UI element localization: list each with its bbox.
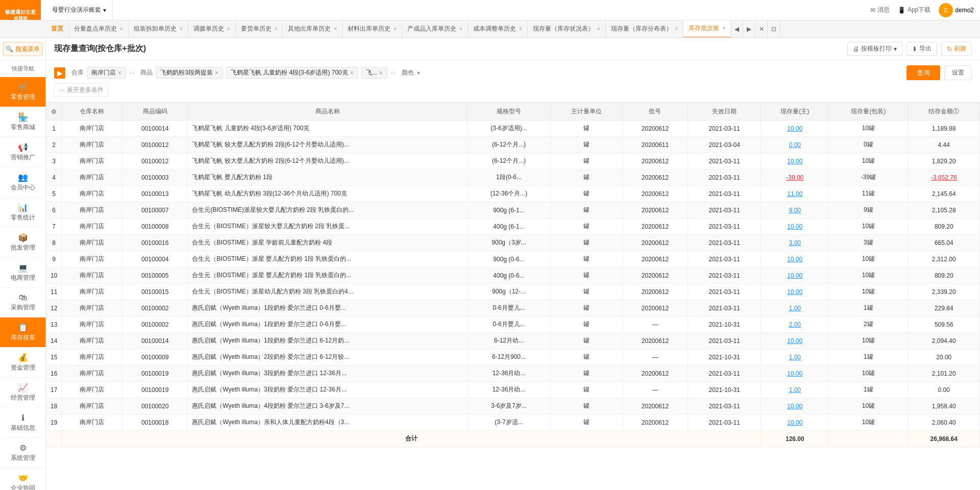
col-settings[interactable]: ⚙ [46, 103, 62, 120]
inventory-icon: 📋 [2, 323, 43, 332]
print-button[interactable]: 🖨 按模板打印 ▾ [847, 42, 902, 56]
row-name: 合生元(BIOSTIME)派星较大婴儿配方奶粉 2段 乳铁蛋白的... [188, 202, 467, 218]
row-qty[interactable]: 10.00 [761, 267, 829, 284]
tab-menu-btn[interactable]: ⊡ [768, 20, 780, 38]
row-qty[interactable]: 10.00 [761, 365, 829, 382]
tab-xiancun1[interactable]: 现存量（库存状况表） × [528, 20, 606, 38]
product-tag-3-close[interactable]: × [379, 69, 383, 77]
sidebar-item-wholesale[interactable]: 📦 批发管理 [0, 228, 45, 258]
user-avatar-area[interactable]: E demo2 [939, 3, 974, 17]
tab-next-btn[interactable]: ▶ [743, 20, 755, 38]
tab-close-zuzhuang[interactable]: × [180, 26, 183, 32]
row-qty[interactable]: -39.00 [761, 169, 829, 186]
row-qty[interactable]: 10.00 [761, 153, 829, 169]
sidebar-item-inventory[interactable]: 📋 库存核算 [0, 317, 45, 348]
col-batch: 批号 [622, 103, 688, 120]
row-warehouse: 南岸门店 [62, 120, 122, 137]
warehouse-tag[interactable]: 南岸门店 × [87, 67, 126, 79]
product-tag-3[interactable]: 飞... × [361, 67, 387, 79]
row-qty[interactable]: 2.00 [761, 316, 829, 333]
tab-close-chengben[interactable]: × [519, 26, 522, 32]
row-qty[interactable]: 10.00 [761, 333, 829, 349]
product-more[interactable]: ··· [390, 69, 396, 77]
row-qty[interactable]: 3.00 [761, 235, 829, 251]
tab-close-fenliang[interactable]: × [120, 26, 123, 32]
color-dropdown-icon[interactable]: ▾ [417, 69, 420, 77]
sidebar-item-mall[interactable]: 🏪 零售商城 [0, 107, 45, 137]
row-name: 惠氏启赋（Wyeth illuma）3段奶粉 爱尔兰进口 12-36月... [188, 382, 467, 398]
tab-home[interactable]: 首页 [46, 20, 69, 38]
tab-zuzhuang[interactable]: 组装拆卸单历史 × [129, 20, 188, 38]
tab-chengben[interactable]: 成本调整单历史 × [468, 20, 528, 38]
tab-close-all-btn[interactable]: ✕ [755, 20, 768, 38]
account-label: 母婴行业演示账套 [52, 6, 101, 14]
tab-yaohuo[interactable]: 要货单历史 × [236, 20, 283, 38]
tab-prev-btn[interactable]: ◀ [731, 20, 743, 38]
tab-close-xiancun1[interactable]: × [597, 26, 600, 32]
tab-fenliang[interactable]: 分量盘点单历史 × [69, 20, 129, 38]
sidebar-item-member[interactable]: 👥 会员中心 [0, 167, 45, 198]
tab-close-kucun-pici[interactable]: × [722, 26, 725, 31]
product-tag-1-close[interactable]: × [215, 69, 218, 77]
row-unit: 罐 [551, 300, 622, 316]
row-spec: 900g (0-6... [467, 251, 551, 267]
tab-diaobuo[interactable]: 调拨单历史 × [188, 20, 236, 38]
row-qty[interactable]: 10.00 [761, 284, 829, 300]
settings-icon[interactable]: ⚙ [51, 108, 57, 115]
tab-close-diaobuo[interactable]: × [227, 26, 230, 32]
row-qty[interactable]: 10.00 [761, 414, 829, 431]
app-download-button[interactable]: 📱 App下载 [898, 6, 930, 14]
tab-kucun-pici[interactable]: 库存批次账 × [683, 20, 731, 38]
sidebar-item-system[interactable]: ⚙ 系统管理 [0, 438, 45, 468]
account-dropdown[interactable]: 母婴行业演示账套 ▾ [46, 0, 113, 20]
sidebar-item-finance[interactable]: 💰 资金管理 [0, 348, 45, 378]
warehouse-more[interactable]: ··· [129, 69, 134, 77]
tab-qitachu[interactable]: 其他出库单历史 × [283, 20, 342, 38]
setting-button[interactable]: 设置 [944, 65, 972, 80]
row-expire: 2021-03-11 [688, 284, 761, 300]
row-qty[interactable]: 10.00 [761, 218, 829, 235]
product-tag-2[interactable]: 飞鹤星飞帆 儿童奶粉 4段(3-6岁适用) 700克 × [226, 67, 358, 79]
row-no: 2 [46, 137, 62, 153]
warehouse-tag-close[interactable]: × [118, 69, 121, 77]
search-menu-button[interactable]: 🔍 搜索菜单 [3, 42, 42, 56]
tab-chanchenpin[interactable]: 产成品入库单历史 × [402, 20, 468, 38]
product-tag-1[interactable]: 飞鹤奶粉3段两提装 × [156, 67, 223, 79]
page-title: 现存量查询(按仓库+批次) [54, 43, 146, 54]
tab-close-chanchenpin[interactable]: × [459, 26, 462, 32]
tab-xiancun2[interactable]: 现存量（库存分布表） × [606, 20, 684, 38]
tab-close-cailiaochu[interactable]: × [394, 26, 397, 32]
tab-close-yaohuo[interactable]: × [275, 26, 278, 32]
row-warehouse: 南岸门店 [62, 251, 122, 267]
sidebar-item-management[interactable]: 📈 经营管理 [0, 378, 45, 408]
row-qty[interactable]: 10.00 [761, 251, 829, 267]
message-button[interactable]: ✉ 消息 [870, 6, 890, 14]
row-qty[interactable]: 10.00 [761, 120, 829, 137]
tab-close-xiancun2[interactable]: × [675, 26, 678, 32]
row-qty[interactable]: 9.00 [761, 202, 829, 218]
product-tag-2-close[interactable]: × [350, 69, 354, 77]
sidebar-item-basic[interactable]: ℹ 基础信息 [0, 408, 45, 438]
row-qty[interactable]: 0.00 [761, 137, 829, 153]
export-button[interactable]: ⬇ 导出 [906, 42, 937, 56]
row-qty[interactable]: 1.00 [761, 349, 829, 365]
row-qty[interactable]: 10.00 [761, 398, 829, 414]
sidebar-item-marketing[interactable]: 📢 营销推广 [0, 137, 45, 167]
row-no: 3 [46, 153, 62, 169]
filter-expand-button[interactable]: ▶ [54, 67, 65, 79]
refresh-button[interactable]: ↻ 刷新 [941, 42, 972, 56]
row-qty[interactable]: 1.00 [761, 300, 829, 316]
sidebar-item-collab[interactable]: 🤝 企业协同 [0, 468, 45, 490]
sidebar-item-ecommerce[interactable]: 💻 电商管理 [0, 258, 45, 288]
query-button[interactable]: 查询 [906, 65, 940, 80]
quick-nav[interactable]: 快捷导航 [0, 61, 45, 77]
row-no: 16 [46, 365, 62, 382]
tab-close-qitachu[interactable]: × [334, 26, 337, 32]
row-qty[interactable]: 11.00 [761, 186, 829, 202]
sidebar-item-statistics[interactable]: 📊 零售统计 [0, 198, 45, 228]
sidebar-item-purchase[interactable]: 🛍 采购管理 [0, 288, 45, 317]
row-qty[interactable]: 1.00 [761, 382, 829, 398]
tab-cailiaochu[interactable]: 材料出库单历史 × [342, 20, 402, 38]
expand-conditions-button[interactable]: ⋯ 展开更多条件 [54, 83, 108, 97]
sidebar-item-retail[interactable]: 🛒 零售管理 [0, 77, 45, 107]
